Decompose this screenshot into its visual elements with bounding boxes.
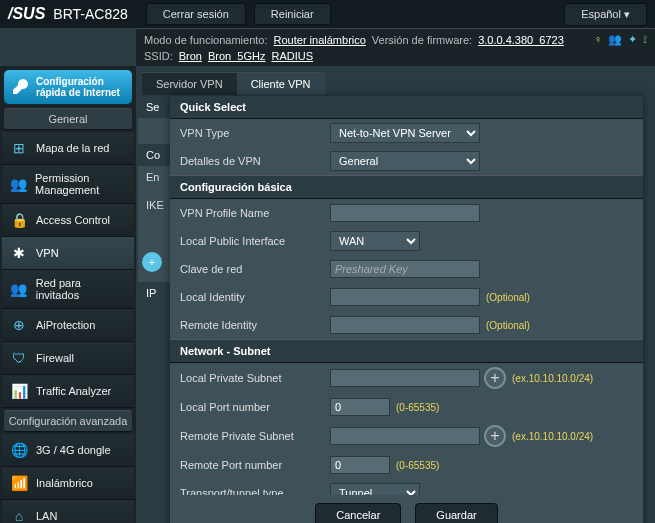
local-subnet-input[interactable] xyxy=(330,369,480,387)
tab-vpn-server[interactable]: Servidor VPN xyxy=(142,72,237,95)
firmware-link[interactable]: 3.0.0.4.380_6723 xyxy=(478,34,564,46)
shield-icon: 🛡 xyxy=(10,349,28,367)
preshared-key-input[interactable] xyxy=(330,260,480,278)
brand-logo: /SUS xyxy=(8,5,45,23)
sidebar-item-wireless[interactable]: 📶Inalámbrico xyxy=(2,467,134,500)
add-icon[interactable]: + xyxy=(142,252,162,272)
network-subnet-header: Network - Subnet xyxy=(170,339,643,363)
guest-icon: 👥 xyxy=(10,280,28,298)
basic-config-header: Configuración básica xyxy=(170,175,643,199)
logout-button[interactable]: Cerrar sesión xyxy=(146,3,246,25)
add-remote-subnet-button[interactable]: + xyxy=(484,425,506,447)
vpn-config-panel: Quick Select VPN TypeNet-to-Net VPN Serv… xyxy=(170,96,643,523)
lock-icon: 🔒 xyxy=(10,211,28,229)
ssid-link[interactable]: Bron_5GHz xyxy=(208,50,265,62)
sidebar-item-firewall[interactable]: 🛡Firewall xyxy=(2,342,134,375)
save-button[interactable]: Guardar xyxy=(415,503,497,523)
users-icon[interactable]: 👥 xyxy=(608,33,622,46)
sidebar-item-network-map[interactable]: ⊞Mapa de la red xyxy=(2,132,134,165)
home-icon: ⌂ xyxy=(10,507,28,523)
interface-select[interactable]: WAN xyxy=(330,231,420,251)
vpn-type-select[interactable]: Net-to-Net VPN Server xyxy=(330,123,480,143)
sidebar-item-dongle[interactable]: 🌐3G / 4G dongle xyxy=(2,434,134,467)
language-select[interactable]: Español ▾ xyxy=(564,3,647,26)
sidebar-item-aiprotection[interactable]: ⊕AiProtection xyxy=(2,309,134,342)
op-mode-link[interactable]: Router inalámbrico xyxy=(274,34,366,46)
bulb-icon[interactable]: ♀ xyxy=(594,33,602,46)
sidebar-item-lan[interactable]: ⌂LAN xyxy=(2,500,134,523)
chart-icon: 📊 xyxy=(10,382,28,400)
local-identity-input[interactable] xyxy=(330,288,480,306)
sidebar: Configuración rápida de Internet General… xyxy=(0,66,136,523)
signal-icon[interactable]: ✦ xyxy=(628,33,637,46)
network-map-icon: ⊞ xyxy=(10,139,28,157)
remote-subnet-input[interactable] xyxy=(330,427,480,445)
tab-vpn-client[interactable]: Cliente VPN xyxy=(237,72,325,95)
quick-setup-button[interactable]: Configuración rápida de Internet xyxy=(4,70,132,104)
general-header: General xyxy=(4,108,132,130)
sidebar-item-vpn[interactable]: ✱VPN xyxy=(2,237,134,270)
tunnel-type-select[interactable]: Tunnel xyxy=(330,483,420,495)
ssid-link[interactable]: Bron xyxy=(179,50,202,62)
vpn-details-select[interactable]: General xyxy=(330,151,480,171)
sidebar-item-permission[interactable]: 👥Permission Management xyxy=(2,165,134,204)
users-icon: 👥 xyxy=(10,175,27,193)
add-local-subnet-button[interactable]: + xyxy=(484,367,506,389)
cancel-button[interactable]: Cancelar xyxy=(315,503,401,523)
reboot-button[interactable]: Reiniciar xyxy=(254,3,331,25)
usb-icon[interactable]: ⟟ xyxy=(643,33,647,46)
advanced-header: Configuración avanzada xyxy=(4,410,132,432)
wrench-icon xyxy=(10,76,30,98)
status-bar: Modo de funcionamiento: Router inalámbri… xyxy=(136,28,655,50)
shield-plus-icon: ⊕ xyxy=(10,316,28,334)
model-name: BRT-AC828 xyxy=(53,6,127,22)
quick-select-header: Quick Select xyxy=(170,96,643,119)
vpn-icon: ✱ xyxy=(10,244,28,262)
remote-port-input[interactable] xyxy=(330,456,390,474)
remote-identity-input[interactable] xyxy=(330,316,480,334)
globe-icon: 🌐 xyxy=(10,441,28,459)
local-port-input[interactable] xyxy=(330,398,390,416)
ssid-link[interactable]: RADIUS xyxy=(271,50,313,62)
sidebar-item-traffic[interactable]: 📊Traffic Analyzer xyxy=(2,375,134,408)
wifi-icon: 📶 xyxy=(10,474,28,492)
sidebar-item-access-control[interactable]: 🔒Access Control xyxy=(2,204,134,237)
sidebar-item-guest[interactable]: 👥Red para invitados xyxy=(2,270,134,309)
profile-name-input[interactable] xyxy=(330,204,480,222)
